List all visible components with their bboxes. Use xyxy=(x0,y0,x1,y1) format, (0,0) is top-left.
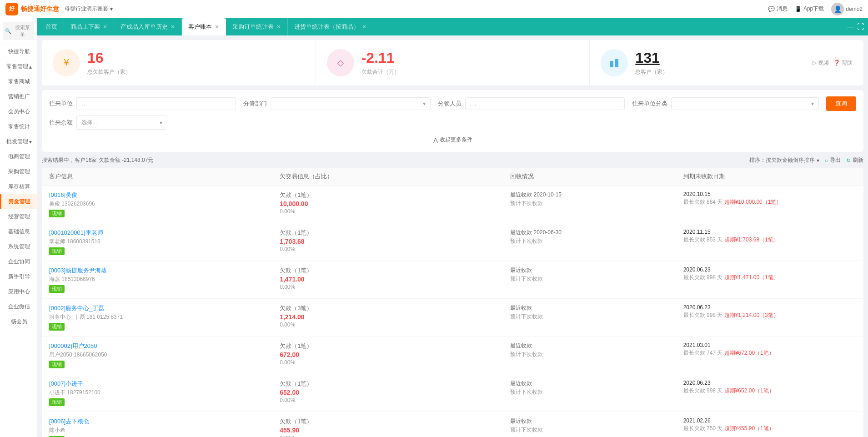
table-row: [000002]用户2050 用户2050 18665062050 现销 欠款（… xyxy=(42,337,863,374)
customer-name-link[interactable]: [0016]吴俊 xyxy=(49,191,77,198)
debt-percent: 0.00% xyxy=(280,208,510,215)
sidebar-item-marketing[interactable]: 营销推广 xyxy=(0,89,37,104)
data-table: 客户信息 欠交易信息（占比） 回收情况 到期未收款日期 [0016]吴俊 吴俊 … xyxy=(42,168,863,437)
overdue-amount-link[interactable]: 超期¥10,000.00（1笔） xyxy=(724,199,782,205)
customer-name-link[interactable]: [0007]小进干 xyxy=(49,380,83,387)
table-row: [0016]吴俊 吴俊 13026203696 现销 欠款（1笔） 10,000… xyxy=(42,186,863,223)
sidebar-item-wholesale[interactable]: 批发管理 ▾ xyxy=(0,134,37,149)
filter-manager: 分管人员 ... xyxy=(438,97,625,110)
customer-name-link[interactable]: [0001020001]李老师 xyxy=(49,229,103,236)
collapse-btn[interactable]: ⋀ 收起更多条件 xyxy=(433,134,472,146)
tab-customer-account[interactable]: 客户账本 ✕ xyxy=(182,18,226,35)
sidebar-item-quick-nav[interactable]: 快捷导航 xyxy=(0,44,37,59)
phone-icon: 📱 xyxy=(795,6,802,12)
filter-select-dept[interactable]: ▾ xyxy=(271,97,430,110)
sidebar-search-area: 🔍 搜索菜单 xyxy=(0,18,37,44)
collection-cell: 最近收款 预计下次收款 xyxy=(510,266,683,283)
sidebar-item-inventory[interactable]: 库存核算 xyxy=(0,179,37,194)
sidebar-item-system[interactable]: 系统管理 xyxy=(0,239,37,254)
help-btn[interactable]: ❓ 帮助 xyxy=(833,59,853,67)
overdue-days: 最长欠款 853 天 超期¥1,703.68（1笔） xyxy=(683,236,856,244)
video-btn[interactable]: ▷ 视频 xyxy=(813,59,829,67)
search-icon: 🔍 xyxy=(5,28,11,34)
chevron-down-icon: ▾ xyxy=(110,6,113,12)
user-menu[interactable]: 👤 demo2 xyxy=(831,3,863,15)
collection-cell: 最近收款 预计下次收款 xyxy=(510,304,683,321)
sidebar-item-member[interactable]: 会员中心 xyxy=(0,104,37,119)
close-icon[interactable]: ✕ xyxy=(103,24,107,30)
chevron-up-icon: ⋀ xyxy=(433,137,438,143)
play-icon: ▷ xyxy=(813,60,817,66)
refresh-btn[interactable]: ↻ 刷新 xyxy=(846,156,863,164)
customer-name-link[interactable]: [0002]服务中心_丁磊 xyxy=(49,305,104,311)
filter-row-2: 往来余额 选择... ▾ xyxy=(49,116,856,130)
sidebar-item-wechat[interactable]: 企业微信 xyxy=(0,299,37,314)
debt-count: 欠款（1笔） xyxy=(280,342,510,350)
overdue-amount-link[interactable]: 超期¥455.90（1笔） xyxy=(724,425,774,432)
debt-count: 欠款（1笔） xyxy=(280,266,510,275)
avatar: 👤 xyxy=(831,3,844,15)
overdue-amount-link[interactable]: 超期¥1,214.00（3笔） xyxy=(724,312,779,318)
search-button[interactable]: 查询 xyxy=(826,96,856,111)
sidebar-item-basic-info[interactable]: 基础信息 xyxy=(0,224,37,239)
close-icon[interactable]: ✕ xyxy=(215,24,219,30)
sidebar-item-ecommerce[interactable]: 电商管理 xyxy=(0,149,37,164)
sidebar-item-vip[interactable]: 畅会员 xyxy=(0,314,37,329)
filter-select-balance[interactable]: 选择... ▾ xyxy=(76,116,167,130)
customer-tag: 现销 xyxy=(49,361,65,368)
close-icon[interactable]: ✕ xyxy=(276,24,281,30)
sidebar-item-retail-mall[interactable]: 零售商城 xyxy=(0,74,37,89)
next-collection: 预计下次收款 xyxy=(510,351,683,358)
tab-product-status[interactable]: 商品上下架 ✕ xyxy=(64,18,114,35)
overdue-date: 2021.03.01 xyxy=(683,342,856,348)
industry-select[interactable]: 母婴行业演示账套 ▾ xyxy=(65,5,113,13)
filter-input-from-unit[interactable]: ... xyxy=(76,97,236,110)
last-collection: 最近收款 xyxy=(510,417,683,425)
overdue-amount-link[interactable]: 超期¥652.00（1笔） xyxy=(724,387,774,394)
debt-percent: 0.00% xyxy=(280,246,510,252)
overdue-amount-link[interactable]: 超期¥1,471.00（1笔） xyxy=(724,274,779,281)
close-icon[interactable]: ✕ xyxy=(362,24,366,30)
filter-input-manager[interactable]: ... xyxy=(465,97,625,110)
debt-count: 欠款（1笔） xyxy=(280,191,510,199)
minimize-icon[interactable]: — xyxy=(847,23,854,31)
sidebar-item-capital[interactable]: 资金管理 xyxy=(0,194,37,209)
page-content: ¥ 16 总欠款客户（家） ◇ xyxy=(37,35,868,437)
sidebar-item-purchase[interactable]: 采购管理 xyxy=(0,164,37,179)
overdue-amount-link[interactable]: 超期¥672.00（1笔） xyxy=(724,350,774,356)
close-icon[interactable]: ✕ xyxy=(171,24,175,30)
sidebar-item-operation[interactable]: 经营管理 xyxy=(0,209,37,224)
stat-card-debt-total: ◇ -2.11 欠款合计（万） xyxy=(316,40,590,85)
debt-percent: 0.00% xyxy=(280,435,510,437)
overdue-cell: 2021.02.26 最长欠款 750 天 超期¥455.90（1笔） xyxy=(683,417,856,432)
sidebar-item-retail-mgmt[interactable]: 零售管理 ▴ xyxy=(0,59,37,74)
sidebar-item-newbie[interactable]: 新手引导 xyxy=(0,269,37,284)
message-btn[interactable]: 💬 消息 xyxy=(768,5,788,13)
overdue-cell: 2020.10.15 最长欠款 884 天 超期¥10,000.00（1笔） xyxy=(683,191,856,206)
tab-purchase-order[interactable]: 采购订单统计表 ✕ xyxy=(226,18,288,35)
overdue-date: 2020.06.23 xyxy=(683,266,856,273)
tab-home[interactable]: 首页 xyxy=(39,18,64,35)
sidebar-item-app-center[interactable]: 应用中心 xyxy=(0,284,37,299)
next-collection: 预计下次收款 xyxy=(510,237,683,245)
table-row: [0003]畅捷服务尹海蒸 海蒸 18513066976 现销 欠款（1笔） 1… xyxy=(42,261,863,299)
tab-purchase-stats[interactable]: 进货单统计表（按商品） ✕ xyxy=(288,18,373,35)
stat-label-1: 总欠款客户（家） xyxy=(87,68,131,76)
customer-info-cell: [0016]吴俊 吴俊 13026203696 现销 xyxy=(49,191,280,217)
sidebar-search-btn[interactable]: 🔍 搜索菜单 xyxy=(3,22,34,40)
customer-name-link[interactable]: [0003]畅捷服务尹海蒸 xyxy=(49,267,107,274)
debt-info-cell: 欠款（1笔） 10,000.00 0.00% xyxy=(280,191,510,215)
tab-product-history[interactable]: 产成品入库单历史 ✕ xyxy=(114,18,182,35)
expand-icon[interactable]: ⛶ xyxy=(857,23,864,31)
results-bar: 搜索结果中，客户16家 欠款金额 -21,148.07元 排序：按欠款金额倒序排… xyxy=(42,156,863,164)
app-download-btn[interactable]: 📱 App下载 xyxy=(795,5,824,13)
customer-name-link[interactable]: [0006]去下粮仓 xyxy=(49,418,89,425)
export-btn[interactable]: ○ 导出 xyxy=(825,156,841,164)
sidebar-item-retail-stats[interactable]: 零售统计 xyxy=(0,119,37,134)
overdue-amount-link[interactable]: 超期¥1,703.68（1笔） xyxy=(724,236,779,243)
filter-select-unit-category[interactable]: ▾ xyxy=(671,97,819,110)
customer-name-link[interactable]: [000002]用户2050 xyxy=(49,342,97,349)
sort-select[interactable]: 排序：按欠款金额倒序排序 ▾ xyxy=(749,156,819,164)
overdue-cell: 2020.11.15 最长欠款 853 天 超期¥1,703.68（1笔） xyxy=(683,229,856,244)
sidebar-item-enterprise[interactable]: 企业协同 xyxy=(0,254,37,269)
